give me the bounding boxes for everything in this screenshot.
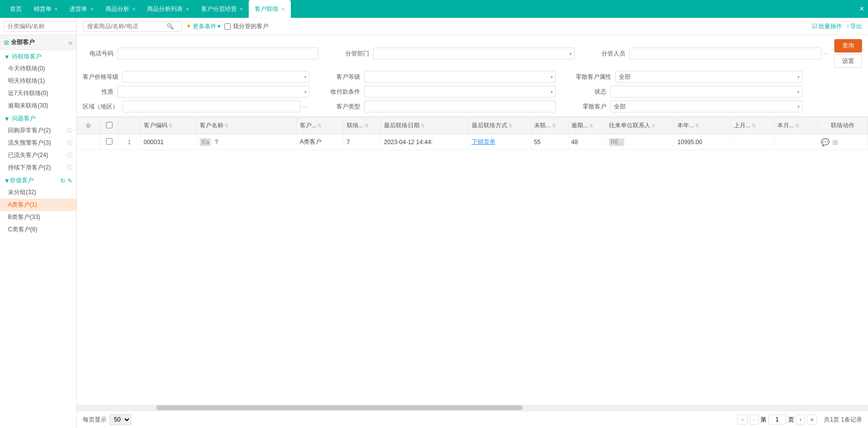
action-icons: 💬 ⊞ xyxy=(821,138,865,146)
col-customer-type[interactable]: 客户... ⇅ xyxy=(297,117,344,134)
row-customer-code: 000031 xyxy=(141,134,197,150)
main-layout: 🔍 ⊞ 全部客户 « ▼ 待联络客户 今天待联络(0) 明天待联络(1) 近7天… xyxy=(0,18,868,428)
status-label: 状态 xyxy=(576,88,610,96)
retail-customer-select[interactable]: 全部 xyxy=(610,101,803,112)
close-customer-segmentation-icon[interactable]: × xyxy=(240,6,243,12)
settings-gear-icon[interactable]: ⚙ xyxy=(86,122,91,129)
sidebar-item-declining[interactable]: 持续下滑客户(2) ⓘ xyxy=(0,161,76,174)
sidebar-item-c-class[interactable]: C类客户(6) xyxy=(0,223,76,236)
price-level-select[interactable] xyxy=(122,71,310,83)
sidebar-item-overdue-contact[interactable]: 逾期未联络(30) xyxy=(0,100,76,112)
close-sales-order-icon[interactable]: × xyxy=(54,6,57,12)
last-page-button[interactable]: » xyxy=(807,415,817,425)
col-last-contact-date[interactable]: 最后联络日期 ⇅ xyxy=(381,117,468,134)
retail-attr-select[interactable]: 全部 xyxy=(615,71,803,83)
dept-select[interactable] xyxy=(373,48,574,59)
person-input[interactable] xyxy=(629,48,821,59)
nav-purchase-order[interactable]: 进货单 × xyxy=(63,0,99,18)
page-size-select[interactable]: 50 xyxy=(109,414,131,425)
person-more-icon[interactable]: ··· xyxy=(821,50,830,57)
close-product-analysis-list-icon[interactable]: × xyxy=(186,6,189,12)
more-conditions-button[interactable]: ▼ 更多条件 ▾ xyxy=(186,22,220,31)
all-customers-header[interactable]: ⊞ 全部客户 « xyxy=(0,35,76,50)
status-select[interactable] xyxy=(610,86,803,98)
close-customer-contact-icon[interactable]: × xyxy=(281,6,284,12)
col-contact-action: 联络动作 xyxy=(818,117,868,134)
nav-sales-order[interactable]: 销货单 × xyxy=(28,0,63,18)
contact-method-link[interactable]: 下销货单 xyxy=(472,138,495,145)
customer-type-input[interactable] xyxy=(364,101,556,112)
select-all-checkbox[interactable] xyxy=(106,122,112,128)
col-this-year[interactable]: 本年... ⇅ xyxy=(674,117,730,134)
col-unit-contact[interactable]: 往来单位联系人 ⇅ xyxy=(605,117,674,134)
col-seq xyxy=(118,117,140,134)
customer-level-select[interactable] xyxy=(364,71,556,83)
first-page-button[interactable]: « xyxy=(737,415,748,425)
row-contact-action: 💬 ⊞ xyxy=(818,134,868,150)
sidebar-item-a-class[interactable]: A类客户(1) xyxy=(0,199,76,211)
nav-customer-segmentation[interactable]: 客户分层经营 × xyxy=(195,0,249,18)
sidebar-item-ungrouped[interactable]: 未分组(32) xyxy=(0,186,76,199)
col-settings[interactable]: ⚙ xyxy=(77,117,101,134)
export-button[interactable]: ↑ 导出 xyxy=(846,22,862,31)
query-button[interactable]: 查询 xyxy=(834,39,862,53)
sidebar-item-today-pending[interactable]: 今天待联络(0) xyxy=(0,62,76,75)
filter-row-2: 客户价格等级 ▾ 客户等级 ▾ 零散客户属性 xyxy=(83,71,862,83)
prev-page-button[interactable]: ‹ xyxy=(750,415,759,425)
col-no-contact[interactable]: 未联... ⇅ xyxy=(531,117,568,134)
retail-attr-label: 零散客户属性 xyxy=(576,73,615,81)
sort-icon-no-contact: ⇅ xyxy=(552,123,556,128)
col-overdue[interactable]: 逾期... ⇅ xyxy=(568,117,606,134)
filter-cell-payment: 收付款条件 ▾ xyxy=(329,86,556,98)
my-customers-input[interactable] xyxy=(224,23,231,30)
batch-op-button[interactable]: ☑ 批量操作 xyxy=(812,22,842,31)
col-this-month[interactable]: 本月... ⇅ xyxy=(774,117,817,134)
value-customers-group-title[interactable]: ▼ 价值客户 ↻ ✎ xyxy=(0,174,76,186)
setting-button[interactable]: 设置 xyxy=(834,54,862,68)
nav-home[interactable]: 首页 xyxy=(4,0,28,18)
col-last-contact-method[interactable]: 最后联络方式 ⇅ xyxy=(468,117,531,134)
refresh-icon[interactable]: ↻ xyxy=(60,177,65,184)
close-product-analysis-icon[interactable]: × xyxy=(132,6,135,12)
close-purchase-order-icon[interactable]: × xyxy=(90,6,93,12)
row-checkbox[interactable] xyxy=(106,138,112,145)
row-last-contact-method[interactable]: 下销货单 xyxy=(468,134,531,150)
my-customers-checkbox[interactable]: 我分管的客户 xyxy=(224,22,269,31)
filter-search-icon[interactable]: 🔍 xyxy=(166,23,174,30)
col-customer-code[interactable]: 客户编码 ⇅ xyxy=(141,117,197,134)
pending-contact-group-title[interactable]: ▼ 待联络客户 xyxy=(0,50,76,62)
sidebar-item-tomorrow-pending[interactable]: 明天待联络(1) xyxy=(0,75,76,87)
sidebar-item-churned[interactable]: 已流失客户(24) ⓘ xyxy=(0,149,76,161)
filter-cell-dept: 分管部门 ▾ xyxy=(338,48,574,59)
region-input[interactable] xyxy=(122,101,301,112)
col-customer-name[interactable]: 客户名称 ⇅ xyxy=(197,117,297,134)
chat-icon[interactable]: 💬 xyxy=(821,138,829,146)
filter-search-input[interactable] xyxy=(87,23,166,30)
sidebar-item-b-class[interactable]: B类客户(33) xyxy=(0,211,76,223)
sidebar-item-churn-warning[interactable]: 流失预警客户(3) ⓘ xyxy=(0,137,76,149)
nav-customer-contact[interactable]: 客户联络 × xyxy=(249,0,290,18)
nature-select[interactable] xyxy=(117,86,310,98)
sidebar-item-abnormal-repurchase[interactable]: 回购异常客户(2) ⓘ xyxy=(0,124,76,137)
phone-input[interactable] xyxy=(117,48,319,59)
close-all-tabs-button[interactable]: × xyxy=(860,4,864,13)
sort-icon-last-month: ⇅ xyxy=(752,123,756,128)
arrow-down-icon-2: ▼ xyxy=(4,115,10,122)
scrollbar-thumb[interactable] xyxy=(156,405,523,410)
edit-icon[interactable]: ✎ xyxy=(67,177,72,184)
nav-product-analysis-list[interactable]: 商品分析列表 × xyxy=(141,0,195,18)
filter-cell-retail-attr: 零散客户属性 全部 ▾ xyxy=(576,71,803,83)
horizontal-scrollbar[interactable] xyxy=(77,405,868,411)
region-more-icon[interactable]: ··· xyxy=(301,103,310,110)
info-icon-1: ⓘ xyxy=(67,127,72,134)
next-page-button[interactable]: › xyxy=(796,415,805,425)
page-number-input[interactable] xyxy=(768,415,786,425)
sidebar-item-7days-pending[interactable]: 近7天待联络(0) xyxy=(0,87,76,100)
col-last-month[interactable]: 上月... ⇅ xyxy=(730,117,774,134)
col-contact[interactable]: 联络... ⇅ xyxy=(343,117,381,134)
payment-select[interactable] xyxy=(364,86,556,98)
qr-icon[interactable]: ⊞ xyxy=(832,138,838,146)
sidebar-search-input[interactable] xyxy=(4,21,77,32)
nav-product-analysis[interactable]: 商品分析 × xyxy=(100,0,141,18)
problem-customers-group-title[interactable]: ▼ 问题客户 xyxy=(0,112,76,124)
